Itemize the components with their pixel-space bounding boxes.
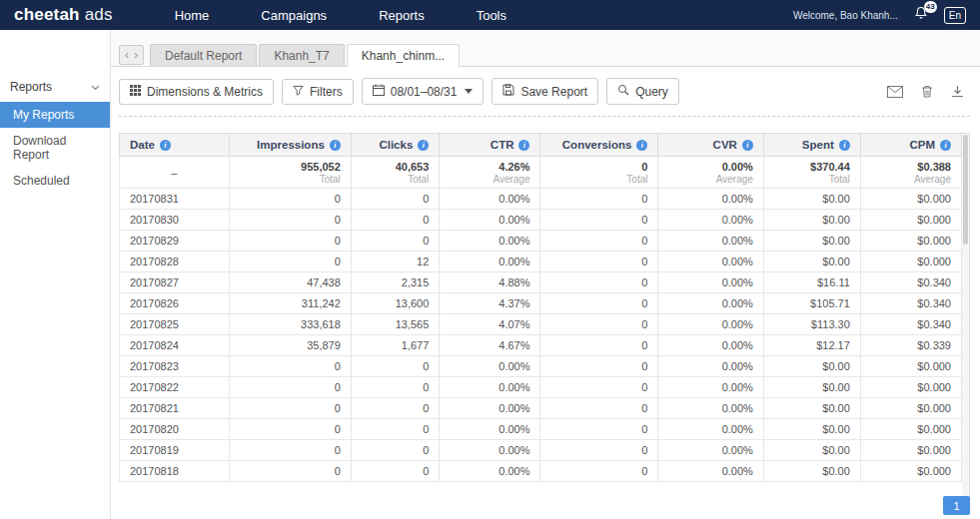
col-header-cpm[interactable]: CPMi <box>860 134 961 157</box>
cell-conversions: 0 <box>540 356 658 377</box>
nav-item-campaigns[interactable]: Campaigns <box>261 8 327 23</box>
table-row: 20170829000.00%00.00%$0.00$0.000 <box>120 231 962 252</box>
save-icon <box>502 84 514 99</box>
welcome-user[interactable]: Welcome, Bao Khanh... <box>793 10 898 21</box>
query-button[interactable]: Query <box>606 78 679 105</box>
cell-spent: $16.11 <box>763 272 860 293</box>
info-icon[interactable]: i <box>636 140 647 151</box>
mail-icon[interactable] <box>887 86 903 98</box>
col-header-label: Impressions <box>257 139 325 151</box>
cell-impressions: 47,438 <box>229 272 351 293</box>
navbar-right: Welcome, Bao Khanh... 43 En <box>793 6 966 24</box>
info-icon[interactable]: i <box>742 140 753 151</box>
trash-icon[interactable] <box>921 85 933 98</box>
date-range-button[interactable]: 08/01–08/31 <box>362 78 485 105</box>
nav-item-tools[interactable]: Tools <box>477 8 506 23</box>
cell-impressions: 333,618 <box>229 314 351 335</box>
download-icon[interactable] <box>951 85 964 98</box>
info-icon[interactable]: i <box>839 140 850 151</box>
language-button[interactable]: En <box>944 7 966 24</box>
info-icon[interactable]: i <box>518 140 529 151</box>
brand-logo-light: ads <box>85 5 113 25</box>
tab-khanh-t7[interactable]: Khanh_T7 <box>259 44 344 66</box>
sidebar-section-reports[interactable]: Reports <box>0 72 110 102</box>
brand-logo[interactable]: cheetah ads <box>14 5 113 25</box>
tab-scroll-arrows[interactable]: ‹ › <box>119 45 144 65</box>
tab-prev-icon[interactable]: ‹ <box>125 46 129 64</box>
tab-default-report[interactable]: Default Report <box>150 44 257 66</box>
total-cell-cpm: $0.388Average <box>860 157 961 189</box>
col-header-ctr[interactable]: CTRi <box>440 134 540 157</box>
table-row: 20170819000.00%00.00%$0.00$0.000 <box>120 440 962 461</box>
cell-spent: $0.00 <box>763 189 860 210</box>
cell-impressions: 0 <box>229 210 351 231</box>
date-range-label: 08/01–08/31 <box>391 85 458 99</box>
cell-cvr: 0.00% <box>658 377 763 398</box>
table-row: 20170820000.00%00.00%$0.00$0.000 <box>120 419 962 440</box>
table-row: 20170830000.00%00.00%$0.00$0.000 <box>120 210 962 231</box>
page-1-button[interactable]: 1 <box>943 496 970 515</box>
cell-clicks: 0 <box>351 231 440 252</box>
cell-ctr: 4.07% <box>440 314 540 335</box>
cell-spent: $0.00 <box>763 419 860 440</box>
sidebar-item-download-report[interactable]: Download Report <box>0 128 110 168</box>
table-scrollbar[interactable] <box>962 133 970 512</box>
info-icon[interactable]: i <box>160 140 171 151</box>
tab-khanh-chinm[interactable]: Khanh_chinm... <box>347 44 460 67</box>
cell-date: 20170818 <box>120 461 230 482</box>
cell-date: 20170831 <box>120 189 230 210</box>
cell-cvr: 0.00% <box>658 293 763 314</box>
info-icon[interactable]: i <box>418 140 429 151</box>
cell-conversions: 0 <box>540 398 658 419</box>
info-icon[interactable]: i <box>330 140 341 151</box>
total-sublabel: Total <box>550 174 647 185</box>
toolbar-divider <box>119 116 970 117</box>
tab-next-icon[interactable]: › <box>134 46 138 64</box>
cell-cvr: 0.00% <box>658 440 763 461</box>
sidebar-items: My ReportsDownload ReportScheduled <box>0 102 110 194</box>
cell-ctr: 0.00% <box>440 398 540 419</box>
nav-item-home[interactable]: Home <box>175 8 210 23</box>
scrollbar-thumb[interactable] <box>963 135 968 245</box>
sidebar-item-scheduled[interactable]: Scheduled <box>0 168 110 194</box>
col-header-date[interactable]: Datei <box>120 134 230 157</box>
notifications-button[interactable]: 43 <box>914 6 928 24</box>
col-header-impressions[interactable]: Impressionsi <box>229 134 351 157</box>
cell-cpm: $0.000 <box>860 356 961 377</box>
cell-date: 20170825 <box>120 314 230 335</box>
cell-cpm: $0.340 <box>860 314 961 335</box>
top-navbar: cheetah ads HomeCampaignsReportsTools We… <box>0 0 980 30</box>
cell-clicks: 0 <box>351 189 440 210</box>
report-table-area: DateiImpressionsiClicksiCTRiConversionsi… <box>119 133 970 512</box>
col-header-spent[interactable]: Spenti <box>763 134 860 157</box>
col-header-cvr[interactable]: CVRi <box>658 134 763 157</box>
col-header-conversions[interactable]: Conversionsi <box>540 134 658 157</box>
cell-impressions: 0 <box>229 189 351 210</box>
cell-conversions: 0 <box>540 293 658 314</box>
cell-cvr: 0.00% <box>658 356 763 377</box>
cell-clicks: 13,565 <box>351 314 440 335</box>
cell-spent: $0.00 <box>763 252 860 272</box>
cell-impressions: 0 <box>229 419 351 440</box>
cell-clicks: 0 <box>351 419 440 440</box>
cell-ctr: 0.00% <box>440 461 540 482</box>
cell-cpm: $0.000 <box>860 398 961 419</box>
nav-item-reports[interactable]: Reports <box>379 8 425 23</box>
cell-spent: $0.00 <box>763 398 860 419</box>
col-header-clicks[interactable]: Clicksi <box>351 134 440 157</box>
cell-spent: $0.00 <box>763 356 860 377</box>
dimensions-metrics-button[interactable]: Dimensions & Metrics <box>119 79 274 105</box>
info-icon[interactable]: i <box>940 140 951 151</box>
save-report-button[interactable]: Save Report <box>491 78 598 105</box>
toolbar-right-icons <box>887 85 968 98</box>
cell-conversions: 0 <box>540 272 658 293</box>
total-sublabel: Average <box>668 174 752 185</box>
total-value: 0 <box>550 161 647 173</box>
cell-ctr: 0.00% <box>440 440 540 461</box>
filters-button[interactable]: Filters <box>282 79 354 105</box>
cell-cpm: $0.000 <box>860 252 961 272</box>
toolbar: Dimensions & Metrics Filters 08/01–08/31… <box>111 67 980 114</box>
main-content: ‹ › Default ReportKhanh_T7Khanh_chinm...… <box>111 30 980 519</box>
sidebar-item-my-reports[interactable]: My Reports <box>0 102 110 128</box>
notification-badge: 43 <box>924 1 937 13</box>
